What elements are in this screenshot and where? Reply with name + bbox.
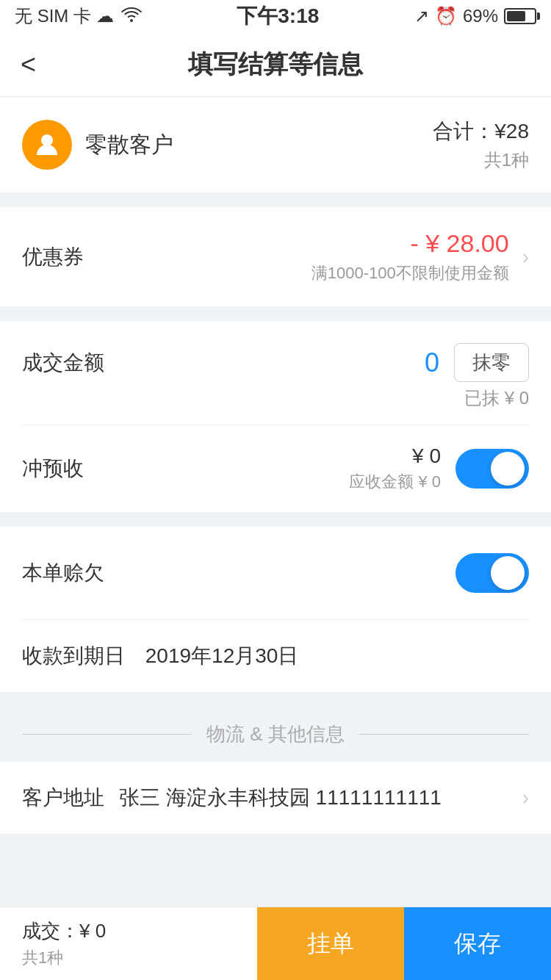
coupon-label: 优惠券 bbox=[22, 243, 84, 271]
coupon-info: - ¥ 28.00 满1000-100不限制使用金额 bbox=[311, 229, 509, 284]
bottom-summary: 成交：¥ 0 共1种 bbox=[0, 907, 257, 980]
alarm-icon: ⏰ bbox=[435, 6, 457, 26]
sim-label: 无 SIM 卡 ☁ bbox=[15, 4, 114, 28]
logistics-divider: 物流 & 其他信息 bbox=[0, 707, 551, 762]
customer-right: 合计：¥28 共1种 bbox=[433, 118, 529, 172]
prepay-amounts: ¥ 0 应收金额 ¥ 0 bbox=[349, 444, 441, 493]
bottom-count: 共1种 bbox=[22, 947, 257, 969]
divider-line-left bbox=[22, 734, 192, 735]
credit-toggle[interactable] bbox=[455, 553, 529, 593]
deal-value[interactable]: 0 bbox=[395, 347, 439, 378]
address-left: 客户地址 张三 海淀永丰科技园 11111111111 bbox=[22, 784, 442, 812]
avatar bbox=[22, 120, 72, 170]
prepay-toggle[interactable] bbox=[455, 449, 529, 489]
deal-section: 成交金额 0 抹零 已抹 ¥ 0 冲预收 ¥ 0 应收金额 ¥ 0 bbox=[0, 321, 551, 512]
customer-count: 共1种 bbox=[433, 148, 529, 172]
content-area: 零散客户 合计：¥28 共1种 优惠券 - ¥ 28.00 满1000-100不… bbox=[0, 97, 551, 929]
due-date-label: 收款到期日 bbox=[22, 644, 125, 667]
coupon-amount: - ¥ 28.00 bbox=[311, 229, 509, 258]
coupon-right: - ¥ 28.00 满1000-100不限制使用金额 › bbox=[311, 229, 529, 284]
chevron-right-icon: › bbox=[522, 245, 529, 269]
credit-toggle-thumb bbox=[491, 556, 525, 590]
battery-percent: 69% bbox=[463, 6, 498, 26]
customer-left: 零散客户 bbox=[22, 120, 173, 170]
time-label: 下午3:18 bbox=[237, 2, 319, 30]
wifi-icon bbox=[121, 6, 142, 26]
location-icon: ↗ bbox=[414, 6, 429, 26]
prepay-amount: ¥ 0 bbox=[349, 444, 441, 468]
deal-sub-text: 已抹 ¥ 0 bbox=[22, 386, 529, 417]
prepay-row: 冲预收 ¥ 0 应收金额 ¥ 0 bbox=[0, 425, 551, 512]
page-title: 填写结算等信息 bbox=[188, 48, 363, 82]
customer-name: 零散客户 bbox=[85, 130, 173, 160]
svg-point-0 bbox=[41, 134, 53, 146]
round-zero-button[interactable]: 抹零 bbox=[454, 343, 529, 382]
due-date-row[interactable]: 收款到期日 2019年12月30日 bbox=[0, 620, 551, 692]
credit-section: 本单赊欠 收款到期日 2019年12月30日 bbox=[0, 527, 551, 692]
nav-bar: < 填写结算等信息 bbox=[0, 32, 551, 97]
customer-section: 零散客户 合计：¥28 共1种 bbox=[0, 97, 551, 192]
status-bar: 无 SIM 卡 ☁ 下午3:18 ↗ ⏰ 69% bbox=[0, 0, 551, 32]
toggle-thumb bbox=[491, 452, 525, 486]
due-date-value: 2019年12月30日 bbox=[145, 644, 299, 667]
credit-row: 本单赊欠 bbox=[0, 527, 551, 619]
coupon-section: 优惠券 - ¥ 28.00 满1000-100不限制使用金额 › bbox=[0, 207, 551, 306]
address-section: 客户地址 张三 海淀永丰科技园 11111111111 › bbox=[0, 762, 551, 834]
logistics-text: 物流 & 其他信息 bbox=[206, 721, 345, 747]
deal-input-wrap: 0 抹零 bbox=[395, 343, 529, 382]
bottom-deal-value: ¥ 0 bbox=[79, 920, 106, 942]
customer-total: 合计：¥28 bbox=[433, 118, 529, 145]
status-right: ↗ ⏰ 69% bbox=[414, 6, 536, 26]
prepay-right: ¥ 0 应收金额 ¥ 0 bbox=[349, 444, 529, 493]
hang-order-button[interactable]: 挂单 bbox=[257, 907, 404, 980]
coupon-row[interactable]: 优惠券 - ¥ 28.00 满1000-100不限制使用金额 › bbox=[0, 207, 551, 306]
bottom-deal-label: 成交： bbox=[22, 920, 79, 942]
bottom-bar: 成交：¥ 0 共1种 挂单 保存 bbox=[0, 907, 551, 980]
address-chevron-icon: › bbox=[522, 786, 529, 810]
address-row[interactable]: 客户地址 张三 海淀永丰科技园 11111111111 › bbox=[0, 762, 551, 834]
battery-icon bbox=[504, 8, 536, 24]
prepay-due: 应收金额 ¥ 0 bbox=[349, 471, 441, 493]
save-button[interactable]: 保存 bbox=[404, 907, 551, 980]
bottom-deal: 成交：¥ 0 bbox=[22, 918, 257, 944]
deal-amount-label: 成交金额 bbox=[22, 349, 104, 377]
deal-amount-row: 成交金额 0 抹零 已抹 ¥ 0 bbox=[0, 321, 551, 425]
divider-line-right bbox=[359, 734, 529, 735]
coupon-description: 满1000-100不限制使用金额 bbox=[311, 262, 509, 284]
address-label: 客户地址 bbox=[22, 784, 104, 812]
credit-label: 本单赊欠 bbox=[22, 559, 104, 587]
back-button[interactable]: < bbox=[21, 49, 36, 80]
address-value: 张三 海淀永丰科技园 11111111111 bbox=[119, 784, 442, 812]
prepay-label: 冲预收 bbox=[22, 455, 84, 483]
status-left: 无 SIM 卡 ☁ bbox=[15, 4, 142, 28]
customer-row[interactable]: 零散客户 合计：¥28 共1种 bbox=[0, 97, 551, 192]
